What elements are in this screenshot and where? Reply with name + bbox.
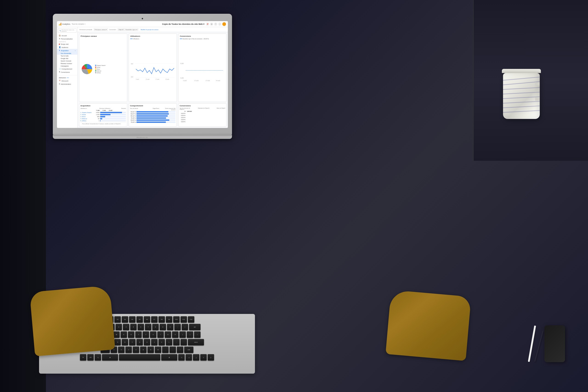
key-b[interactable]: B (140, 346, 146, 353)
key-f8[interactable]: F8 (158, 316, 165, 323)
key-equals[interactable]: = (182, 324, 188, 330)
key-arrow-left[interactable]: ◁ (186, 354, 192, 360)
key-backspace[interactable]: del (189, 324, 200, 330)
comp-row-2: 82,87 % (130, 113, 176, 114)
acq-total-row: 7 148 7 041 8 100 (80, 110, 126, 111)
sidebar-item-conversions[interactable]: ⚑ Conversions (57, 70, 78, 74)
mug-stripe-1 (503, 77, 540, 80)
sidebar-subitem-reseaux-sociaux[interactable]: Réseaux sociaux (57, 62, 78, 65)
key-t[interactable]: T (135, 331, 142, 338)
key-period[interactable]: . (170, 346, 176, 353)
key-0[interactable]: 0 (167, 324, 174, 330)
sidebar-item-acquisition[interactable]: ⬇ Acquisition ▾ (57, 49, 78, 52)
key-n[interactable]: N (148, 346, 154, 353)
key-ctrl[interactable]: ctrl (87, 354, 94, 360)
key-e[interactable]: E (120, 331, 127, 338)
key-m[interactable]: M (155, 346, 161, 353)
key-minus[interactable]: - (174, 324, 181, 330)
menu-icon[interactable]: ⋮ (218, 22, 222, 26)
key-f2[interactable]: F2 (114, 316, 121, 323)
sidebar-item-audience[interactable]: 👤 Audience (57, 46, 78, 49)
key-j[interactable]: J (151, 339, 158, 346)
key-f3[interactable]: F3 (122, 316, 128, 323)
key-u[interactable]: U (150, 331, 156, 338)
key-x[interactable]: X (118, 346, 124, 353)
key-d[interactable]: D (122, 339, 128, 346)
primary-dropdown[interactable]: Principaux canaux ▾ (94, 28, 108, 31)
sidebar-item-accueil[interactable]: 🏠 Accueil (57, 34, 78, 37)
modify-link[interactable]: Modifier le groupe de canaux (140, 29, 158, 30)
key-g[interactable]: G (136, 339, 143, 346)
key-h[interactable]: H (144, 339, 150, 346)
key-shift-right[interactable]: shift (184, 346, 194, 353)
pie-container: 34,2% Organic Search (80, 38, 126, 100)
key-s[interactable]: S (114, 339, 121, 346)
key-r[interactable]: R (128, 331, 134, 338)
key-quote[interactable]: ' (180, 339, 187, 346)
key-return[interactable]: return (188, 339, 204, 346)
key-f12[interactable]: F12 (188, 316, 194, 323)
key-f5[interactable]: F5 (136, 316, 143, 323)
sidebar-subitem-google-ads[interactable]: Google Ads (57, 57, 78, 60)
sidebar-subitem-vue-ensemble[interactable]: Vue d'ensemble (57, 52, 78, 55)
key-fn[interactable]: fn (80, 354, 86, 360)
key-slash[interactable]: / (177, 346, 183, 353)
key-3[interactable]: 3 (116, 324, 122, 330)
key-f[interactable]: F (129, 339, 136, 346)
key-backslash[interactable]: \ (194, 331, 200, 338)
key-l[interactable]: L (166, 339, 172, 346)
key-p[interactable]: P (172, 331, 178, 338)
objective-dropdown[interactable]: Objectif 1 : Newsletter sign-in ▾ (118, 28, 138, 31)
home-icon: 🏠 (59, 35, 61, 36)
key-space[interactable] (119, 354, 160, 360)
key-f9[interactable]: F9 (166, 316, 172, 323)
key-arrow-down[interactable]: ▽ (200, 354, 207, 360)
key-5[interactable]: 5 (130, 324, 137, 330)
key-c[interactable]: C (126, 346, 132, 353)
sidebar-subitem-search-console[interactable]: Search Console (57, 60, 78, 62)
key-alt[interactable]: ⌥ (95, 354, 101, 360)
key-8[interactable]: 8 (152, 324, 159, 330)
key-alt-right[interactable]: ⌥ (178, 354, 185, 360)
key-f6[interactable]: F6 (144, 316, 150, 323)
key-comma[interactable]: , (162, 346, 168, 353)
comp-row1-fill (136, 111, 168, 112)
key-k[interactable]: K (158, 339, 165, 346)
key-y[interactable]: Y (143, 331, 149, 338)
key-i[interactable]: I (157, 331, 164, 338)
key-9[interactable]: 9 (160, 324, 166, 330)
sidebar-item-attribution[interactable]: Attribution NEW (57, 76, 78, 79)
search-bar[interactable]: 🔍 Rechercher dans les rapports (58, 28, 76, 32)
key-arrow-right[interactable]: ▷ (208, 354, 214, 360)
key-v[interactable]: V (133, 346, 139, 353)
conversions-table-title: Conversions (180, 105, 225, 107)
key-w[interactable]: W (113, 331, 120, 338)
user-avatar[interactable] (222, 22, 226, 26)
temps-reel-dot (59, 44, 60, 45)
sidebar-item-temps-reel[interactable]: Temps réel (57, 43, 78, 46)
key-semicolon[interactable]: ; (173, 339, 180, 346)
key-cmd-left[interactable]: ⌘ (102, 354, 118, 360)
key-f11[interactable]: F11 (180, 316, 187, 323)
key-f7[interactable]: F7 (151, 316, 158, 323)
key-f10[interactable]: F10 (173, 316, 180, 323)
key-arrow-up[interactable]: △ (193, 354, 199, 360)
laptop: Analytics Tous les comptes > Copie de To… (53, 14, 232, 139)
sidebar-item-administration[interactable]: ⚙ Administration (57, 82, 78, 86)
key-lbracket[interactable]: [ (180, 331, 186, 338)
key-rbracket[interactable]: ] (187, 331, 193, 338)
key-4[interactable]: 4 (123, 324, 129, 330)
pin-icon[interactable]: 📌 (206, 22, 209, 26)
key-cmd-right[interactable]: ⌘ (161, 354, 177, 360)
key-7[interactable]: 7 (145, 324, 151, 330)
sidebar-item-comportement[interactable]: 📄 Comportement (57, 67, 78, 70)
key-6[interactable]: 6 (138, 324, 144, 330)
sidebar-subitem-campagnes[interactable]: Campagnes (57, 65, 78, 67)
grid-icon[interactable]: ⊞ (210, 22, 213, 26)
key-f4[interactable]: F4 (129, 316, 136, 323)
sidebar-item-decouvrir[interactable]: 📍 Découvrir (57, 79, 78, 82)
sidebar-item-personalisation[interactable]: ★ Personnalisation (57, 37, 78, 40)
sidebar-subitem-tout-trafic[interactable]: Tout le trafic (57, 55, 78, 57)
help-icon[interactable]: ? (214, 22, 217, 26)
key-o[interactable]: O (165, 331, 171, 338)
